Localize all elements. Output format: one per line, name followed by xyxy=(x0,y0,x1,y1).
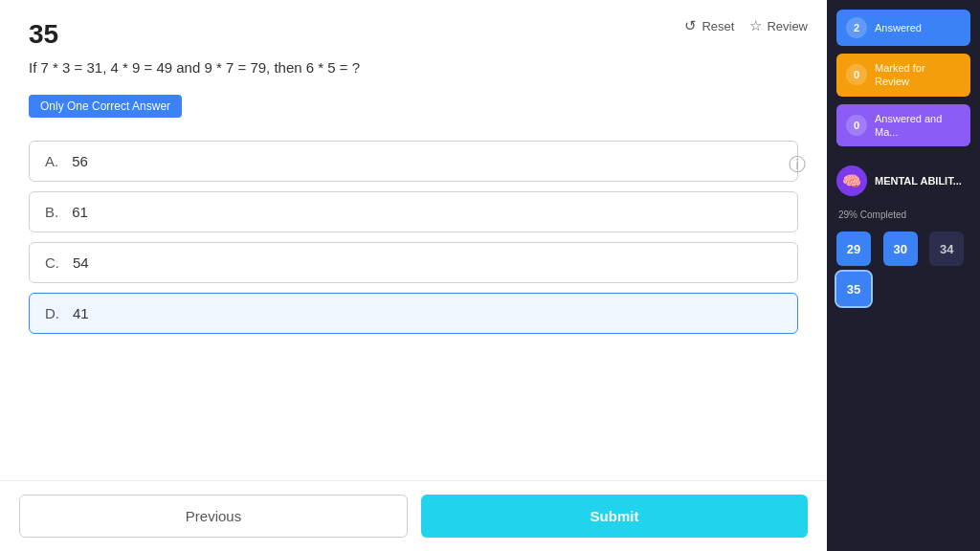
mental-ability-section: 🧠 MENTAL ABILIT... xyxy=(836,160,970,202)
review-button[interactable]: ☆ Review xyxy=(749,17,808,34)
info-icon: ⓘ xyxy=(789,153,806,176)
grid-item-34[interactable]: 34 xyxy=(929,231,964,266)
option-c[interactable]: C. 54 xyxy=(29,242,798,283)
review-label: Review xyxy=(767,19,808,33)
option-d[interactable]: D. 41 xyxy=(29,293,798,334)
question-grid: 29 30 34 35 xyxy=(836,231,970,306)
sidebar: 2 Answered 0 Marked for Review 0 Answere… xyxy=(827,0,980,551)
option-d-value: 41 xyxy=(73,305,89,321)
options-list: A. 56 B. 61 C. 54 D. 41 xyxy=(29,141,798,334)
answered-marked-count: 0 xyxy=(846,115,867,136)
option-b-label: B. xyxy=(45,204,58,220)
answered-count: 2 xyxy=(846,17,867,38)
mental-label: MENTAL ABILIT... xyxy=(875,175,962,187)
reset-label: Reset xyxy=(702,19,734,33)
grid-item-35[interactable]: 35 xyxy=(836,272,871,306)
review-count: 0 xyxy=(846,64,867,85)
option-a-value: 56 xyxy=(72,153,88,169)
option-a-label: A. xyxy=(45,153,58,169)
answered-marked-stat: 0 Answered and Ma... xyxy=(836,104,970,147)
question-text: If 7 * 3 = 31, 4 * 9 = 49 and 9 * 7 = 79… xyxy=(29,57,798,79)
answer-type-badge: Only One Correct Answer xyxy=(29,95,182,118)
mental-icon: 🧠 xyxy=(836,165,867,196)
option-b[interactable]: B. 61 xyxy=(29,191,798,232)
submit-button[interactable]: Submit xyxy=(421,495,808,538)
option-d-label: D. xyxy=(45,305,59,321)
review-stat: 0 Marked for Review xyxy=(836,54,970,97)
main-content: 35 ↺ Reset ☆ Review If 7 * 3 = 31, 4 * 9… xyxy=(0,0,827,551)
option-b-value: 61 xyxy=(72,204,88,220)
grid-item-30[interactable]: 30 xyxy=(883,231,918,266)
reset-button[interactable]: ↺ Reset xyxy=(684,17,734,34)
option-c-value: 54 xyxy=(73,254,89,271)
option-a[interactable]: A. 56 xyxy=(29,141,798,182)
answered-label: Answered xyxy=(875,21,922,34)
option-c-label: C. xyxy=(45,254,59,271)
reset-icon: ↺ xyxy=(684,17,697,34)
grid-item-29[interactable]: 29 xyxy=(836,231,871,266)
review-label: Marked for Review xyxy=(875,61,961,89)
question-number: 35 xyxy=(29,19,798,50)
completed-text: 29% Completed xyxy=(836,209,970,220)
answered-marked-label: Answered and Ma... xyxy=(875,112,961,140)
bottom-nav: Previous Submit xyxy=(0,480,827,551)
answered-stat: 2 Answered xyxy=(836,10,970,46)
review-icon: ☆ xyxy=(749,17,762,34)
previous-button[interactable]: Previous xyxy=(19,495,408,538)
top-actions: ↺ Reset ☆ Review xyxy=(684,17,808,34)
